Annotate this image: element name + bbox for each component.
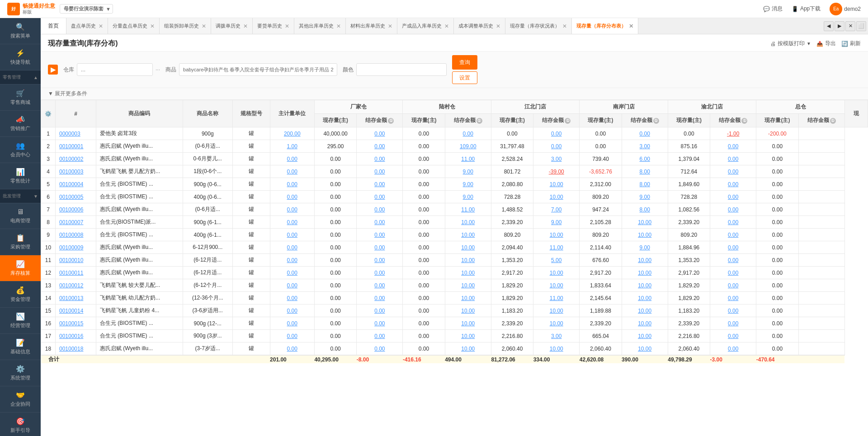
sidebar-item-retailstat[interactable]: 📊 零售统计 (0, 163, 41, 189)
cell-code[interactable]: 00100003 (56, 165, 96, 178)
cell-data-8[interactable]: 0.00 (622, 127, 668, 140)
total-amt-info[interactable]: ① (830, 118, 836, 124)
tab-close-4[interactable]: ✕ (285, 23, 289, 29)
warehouse-selector[interactable]: ··· (156, 66, 160, 73)
cell-data-8[interactable]: 8.00 (622, 178, 668, 191)
cell-data-0[interactable]: 0.00 (270, 292, 314, 305)
sidebar-item-finance[interactable]: 💰 资金管理 (0, 281, 41, 308)
cell-code[interactable]: 00100002 (56, 153, 96, 165)
cell-code[interactable]: 00100016 (56, 330, 96, 342)
cell-data-8[interactable]: 9.00 (622, 241, 668, 254)
tab-close-3[interactable]: ✕ (243, 23, 248, 29)
cell-data-4[interactable]: 10.00 (445, 330, 491, 342)
tab-1[interactable]: 分量盘点单历史 ✕ (108, 18, 160, 34)
cell-data-4[interactable]: 10.00 (445, 241, 491, 254)
tab-10[interactable]: 现存量（库存分布表） ✕ (572, 18, 638, 34)
cell-data-4[interactable]: 0.00 (445, 127, 491, 140)
message-action[interactable]: 💬 消息 (763, 5, 783, 13)
cell-data-4[interactable]: 10.00 (445, 292, 491, 305)
cell-data-6[interactable]: 0.00 (533, 127, 580, 140)
cell-data-10[interactable]: 0.00 (710, 140, 756, 153)
cell-data-2[interactable]: 0.00 (357, 191, 403, 203)
cell-data-2[interactable]: 0.00 (357, 241, 403, 254)
sidebar-item-marketing[interactable]: 📣 营销推广 (0, 111, 41, 137)
cell-data-0[interactable]: 0.00 (270, 267, 314, 279)
tab-close-9[interactable]: ✕ (562, 23, 567, 29)
cell-data-0[interactable]: 0.00 (270, 229, 314, 241)
cell-data-6[interactable]: 3.00 (533, 330, 580, 342)
cell-data-2[interactable]: 0.00 (357, 279, 403, 292)
cell-code[interactable]: 00100011 (56, 267, 96, 279)
cell-data-2[interactable]: 0.00 (357, 140, 403, 153)
expand-conditions-btn[interactable]: ▼ 展开更多条件 (48, 90, 87, 97)
tab-4[interactable]: 要货单历史 ✕ (253, 18, 294, 34)
sidebar-section-wholesale[interactable]: 批发管理 ▼ (0, 189, 41, 203)
cell-data-6[interactable]: 10.00 (533, 317, 580, 330)
cell-data-6[interactable]: 10.00 (533, 305, 580, 317)
tab-8[interactable]: 成本调整单历史 ✕ (454, 18, 505, 34)
sidebar-item-ecommerce[interactable]: 🖥 电商管理 (0, 203, 41, 229)
tab-close-8[interactable]: ✕ (496, 23, 500, 29)
cell-data-0[interactable]: 0.00 (270, 254, 314, 267)
tab-0[interactable]: 盘点单历史 ✕ (66, 18, 108, 34)
cell-data-0[interactable]: 0.00 (270, 279, 314, 292)
cell-data-6[interactable]: 7.00 (533, 203, 580, 216)
cell-data-8[interactable]: 10.00 (622, 330, 668, 342)
cell-code[interactable]: 00100006 (56, 203, 96, 216)
tab-3[interactable]: 调拨单历史 ✕ (211, 18, 253, 34)
cell-data-6[interactable]: 10.00 (533, 342, 580, 356)
settings-btn[interactable]: 设置 (452, 71, 477, 84)
cell-code[interactable]: 00100013 (56, 292, 96, 305)
cell-code[interactable]: 00100008 (56, 229, 96, 241)
cell-data-0[interactable]: 1.00 (270, 140, 314, 153)
sidebar-item-inventory[interactable]: 📈 库存核算 (0, 255, 41, 281)
cell-data-8[interactable]: 10.00 (622, 317, 668, 330)
tab-close-6[interactable]: ✕ (388, 23, 392, 29)
cell-data-10[interactable]: 0.00 (710, 178, 756, 191)
cell-data-10[interactable]: 0.00 (710, 203, 756, 216)
tab-home[interactable]: 首页 (41, 18, 66, 34)
tab-prev-btn[interactable]: ◀ (824, 21, 834, 31)
cell-data-8[interactable]: 6.00 (622, 153, 668, 165)
cell-data-8[interactable]: 8.00 (622, 165, 668, 178)
cell-data-0[interactable]: 0.00 (270, 165, 314, 178)
cell-data-8[interactable]: 9.00 (622, 191, 668, 203)
sidebar-item-sysadmin[interactable]: ⚙️ 系统管理 (0, 360, 41, 386)
cell-data-8[interactable]: 8.00 (622, 203, 668, 216)
filter-expand-btn[interactable]: ▶ (48, 65, 58, 75)
cell-code[interactable]: 0000003 (56, 127, 96, 140)
cell-data-0[interactable]: 0.00 (270, 178, 314, 191)
cell-data-4[interactable]: 10.00 (445, 229, 491, 241)
cell-data-10[interactable]: 0.00 (710, 330, 756, 342)
yubei-amt-info[interactable]: ① (741, 118, 747, 124)
cell-data-6[interactable]: 10.00 (533, 279, 580, 292)
cell-data-0[interactable]: 0.00 (270, 203, 314, 216)
tab-2[interactable]: 组装拆卸单历史 ✕ (160, 18, 211, 34)
cell-data-8[interactable]: 10.00 (622, 254, 668, 267)
sidebar-item-newbie[interactable]: 🎯 新手引导 (0, 413, 41, 436)
tab-close-10[interactable]: ✕ (629, 23, 633, 29)
cell-data-10[interactable]: 0.00 (710, 267, 756, 279)
cell-data-10[interactable]: 0.00 (710, 153, 756, 165)
col-settings[interactable]: ⚙️ (41, 100, 56, 127)
sidebar-item-basicinfo[interactable]: 📝 基础信息 (0, 334, 41, 360)
cell-data-2[interactable]: 0.00 (357, 153, 403, 165)
cell-data-8[interactable]: 3.00 (622, 140, 668, 153)
cell-data-2[interactable]: 0.00 (357, 254, 403, 267)
cell-data-10[interactable]: 0.00 (710, 254, 756, 267)
cell-data-0[interactable]: 0.00 (270, 153, 314, 165)
cell-data-6[interactable]: -39.00 (533, 165, 580, 178)
refresh-btn[interactable]: 🔄 刷新 (841, 40, 861, 47)
cell-data-10[interactable]: 0.00 (710, 165, 756, 178)
cell-code[interactable]: 00100010 (56, 254, 96, 267)
cell-data-8[interactable]: 10.00 (622, 229, 668, 241)
cell-data-10[interactable]: 0.00 (710, 216, 756, 229)
cell-data-4[interactable]: 10.00 (445, 279, 491, 292)
tab-close-all-btn[interactable]: ✕ (845, 21, 855, 31)
cell-data-4[interactable]: 10.00 (445, 254, 491, 267)
logo[interactable]: 好 畅捷通好生意 标版 母婴行业演示陈套 ▼ (7, 3, 113, 15)
cell-data-8[interactable]: 10.00 (622, 267, 668, 279)
cell-data-4[interactable]: 11.00 (445, 203, 491, 216)
sidebar-item-retailmall[interactable]: 🛒 零售商城 (0, 84, 41, 111)
export-btn[interactable]: 📤 导出 (816, 40, 836, 47)
